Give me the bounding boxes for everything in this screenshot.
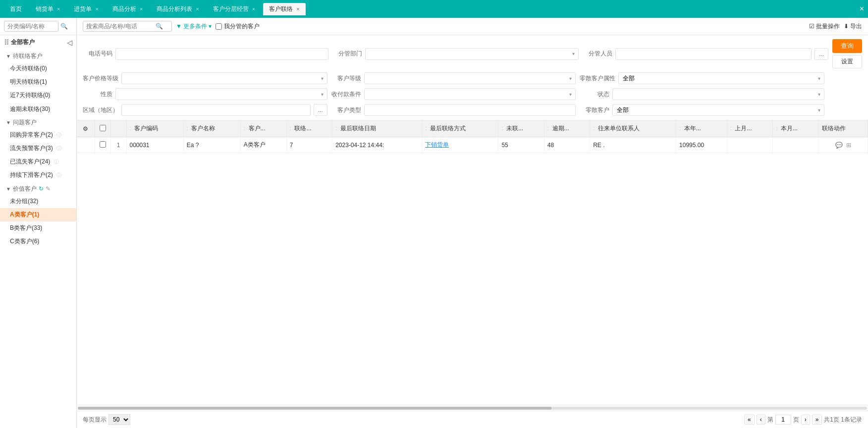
nav-sales[interactable]: 销货单 × bbox=[30, 3, 66, 15]
nav-goods-analysis-list-close[interactable]: × bbox=[196, 6, 199, 12]
row-last-contact-method-cell[interactable]: 下销货单 bbox=[422, 137, 498, 153]
sidebar-item-c-class[interactable]: C类客户(6) bbox=[0, 235, 76, 248]
sidebar-item-churned[interactable]: 已流失客户(24) ⓘ bbox=[0, 155, 76, 168]
sidebar-item-declining[interactable]: 持续下滑客户(2) ⓘ bbox=[0, 168, 76, 182]
last-month-col-header[interactable]: 上月... bbox=[727, 120, 772, 137]
prev-page-btn[interactable]: ‹ bbox=[757, 415, 765, 425]
sidebar-item-7days-pending[interactable]: 近7天待联络(0) bbox=[0, 89, 76, 102]
contact-col-header[interactable]: 联络... bbox=[286, 120, 332, 137]
person-dots-btn[interactable]: ... bbox=[814, 48, 828, 60]
settings-button[interactable]: 设置 bbox=[832, 55, 862, 68]
sidebar-item-ungrouped[interactable]: 未分组(32) bbox=[0, 195, 76, 208]
nav-sales-close[interactable]: × bbox=[57, 6, 60, 12]
sidebar-item-churn-warning[interactable]: 流失预警客户(3) ⓘ bbox=[0, 142, 76, 155]
last-contact-date-col-header[interactable]: 最后联络日期 bbox=[332, 120, 422, 137]
region-input[interactable] bbox=[121, 104, 311, 116]
phone-input[interactable] bbox=[115, 48, 328, 60]
customer-level-select[interactable] bbox=[364, 72, 576, 84]
row-checkbox-cell[interactable] bbox=[95, 137, 110, 153]
sidebar-item-today-pending[interactable]: 今天待联络(0) bbox=[0, 62, 76, 75]
retail-attr-wrapper: 全部 ▾ bbox=[618, 72, 824, 84]
sidebar-group-value[interactable]: ▼ 价值客户 ↻ ✎ bbox=[0, 182, 76, 195]
action-qr-icon[interactable]: ⊞ bbox=[846, 142, 851, 149]
overdue-col-header[interactable]: 逾期... bbox=[544, 120, 590, 137]
person-input[interactable] bbox=[615, 48, 812, 60]
page-number-input[interactable] bbox=[775, 415, 791, 425]
dept-select[interactable] bbox=[365, 48, 578, 60]
next-page-btn[interactable]: › bbox=[801, 415, 810, 425]
nav-customer-seg-close[interactable]: × bbox=[252, 6, 255, 12]
filter-more-btn[interactable]: ▼ 更多条件 ▾ bbox=[176, 22, 212, 31]
first-page-btn[interactable]: « bbox=[744, 415, 755, 425]
edit-group-icon[interactable]: ✎ bbox=[46, 185, 51, 192]
price-level-wrapper: ▾ bbox=[121, 72, 327, 84]
sidebar-item-b-class[interactable]: B类客户(33) bbox=[0, 221, 76, 235]
sidebar-group-problem[interactable]: ▼ 问题客户 bbox=[0, 116, 76, 128]
nav-home[interactable]: 首页 bbox=[4, 3, 28, 15]
filter-search-input[interactable] bbox=[86, 23, 156, 30]
filter-my-customers[interactable]: 我分管的客户 bbox=[216, 22, 260, 31]
contact-person-col-header[interactable]: 往来单位联系人 bbox=[590, 120, 676, 137]
sidebar-item-a-class[interactable]: A类客户(1) bbox=[0, 208, 76, 221]
nav-purchase-close[interactable]: × bbox=[95, 6, 98, 12]
customer-type-input[interactable] bbox=[364, 104, 576, 116]
price-level-select[interactable] bbox=[121, 72, 327, 84]
per-page-select[interactable]: 50 bbox=[108, 414, 130, 425]
nav-goods-analysis[interactable]: 商品分析 × bbox=[107, 3, 149, 15]
my-customers-checkbox[interactable] bbox=[216, 23, 222, 30]
nav-purchase[interactable]: 进货单 × bbox=[68, 3, 104, 15]
customer-name-col-header[interactable]: 客户名称 bbox=[183, 120, 240, 137]
row-customer-code-cell: 000031 bbox=[126, 137, 183, 153]
nav-customer-contact-close[interactable]: × bbox=[296, 6, 299, 12]
this-month-col-header[interactable]: 本月... bbox=[773, 120, 818, 137]
retail-customer-select[interactable]: 全部 bbox=[612, 104, 824, 116]
query-button[interactable]: 查询 bbox=[832, 39, 862, 53]
nav-goods-analysis-close[interactable]: × bbox=[140, 6, 143, 12]
not-contacted-col-header[interactable]: 未联... bbox=[498, 120, 544, 137]
export-btn[interactable]: ⬇ 导出 bbox=[844, 22, 862, 31]
close-all-btn[interactable]: × bbox=[860, 4, 864, 13]
scrollbar-track[interactable] bbox=[78, 407, 867, 410]
this-year-col-header[interactable]: 本年... bbox=[676, 120, 727, 137]
filter-right: ☑ 批量操作 ⬇ 导出 bbox=[809, 22, 862, 31]
customer-code-col-header[interactable]: 客户编码 bbox=[126, 120, 183, 137]
nav-customer-seg[interactable]: 客户分层经营 × bbox=[207, 3, 261, 15]
payment-select[interactable] bbox=[364, 88, 576, 100]
horizontal-scrollbar[interactable] bbox=[77, 405, 868, 411]
status-select[interactable] bbox=[612, 88, 824, 100]
info-icon-3: ⓘ bbox=[54, 159, 59, 164]
batch-ops-btn[interactable]: ☑ 批量操作 bbox=[809, 22, 840, 31]
customer-type-col-header[interactable]: 客户... bbox=[240, 120, 286, 137]
retail-attr-select[interactable]: 全部 bbox=[618, 72, 824, 84]
sidebar-search-icon[interactable]: 🔍 bbox=[60, 23, 68, 30]
sidebar-item-tomorrow-pending[interactable]: 明天待联络(1) bbox=[0, 75, 76, 89]
checkbox-col-header[interactable] bbox=[95, 120, 110, 137]
nature-select[interactable] bbox=[115, 88, 327, 100]
gear-icon[interactable]: ⚙ bbox=[83, 125, 88, 132]
all-customers-header[interactable]: ⠿ 全部客户 ◁ bbox=[0, 35, 76, 50]
region-dots-btn[interactable]: ... bbox=[314, 104, 327, 116]
row-actions-cell[interactable]: 💬 ⊞ bbox=[818, 137, 868, 153]
sidebar-search-input[interactable] bbox=[4, 21, 58, 32]
filter-search-icon[interactable]: 🔍 bbox=[156, 23, 163, 30]
nav-goods-analysis-list[interactable]: 商品分析列表 × bbox=[151, 3, 205, 15]
row-checkbox[interactable] bbox=[100, 141, 106, 148]
per-page-control: 每页显示 50 bbox=[83, 414, 130, 425]
row-last-contact-date-cell: 2023-04-12 14:44: bbox=[332, 137, 422, 153]
sidebar-item-overdue[interactable]: 逾期未联络(30) bbox=[0, 103, 76, 116]
select-all-checkbox[interactable] bbox=[100, 125, 106, 131]
sidebar-collapse-btn[interactable]: ◁ bbox=[67, 39, 72, 47]
action-message-icon[interactable]: 💬 bbox=[835, 142, 843, 149]
refresh-icon[interactable]: ↻ bbox=[39, 185, 44, 192]
row-not-contacted-cell: 55 bbox=[498, 137, 544, 153]
gear-col-header[interactable]: ⚙ bbox=[77, 120, 95, 137]
filter-row-4: 区域（地区） ... 客户类型 零散客户 全部 ▾ bbox=[83, 104, 862, 116]
scrollbar-thumb[interactable] bbox=[78, 407, 551, 410]
top-nav: 首页 销货单 × 进货单 × 商品分析 × 商品分析列表 × 客户分层经营 × … bbox=[0, 0, 868, 18]
sidebar-group-pending[interactable]: ▼ 待联络客户 bbox=[0, 50, 76, 62]
last-page-btn[interactable]: » bbox=[812, 415, 822, 425]
sidebar-item-repurchase-abnormal[interactable]: 回购异常客户(2) ⓘ bbox=[0, 128, 76, 142]
filter-field-price-level: 客户价格等级 ▾ bbox=[83, 72, 327, 84]
nav-customer-contact[interactable]: 客户联络 × bbox=[263, 3, 305, 15]
last-contact-method-col-header[interactable]: 最后联络方式 bbox=[422, 120, 498, 137]
